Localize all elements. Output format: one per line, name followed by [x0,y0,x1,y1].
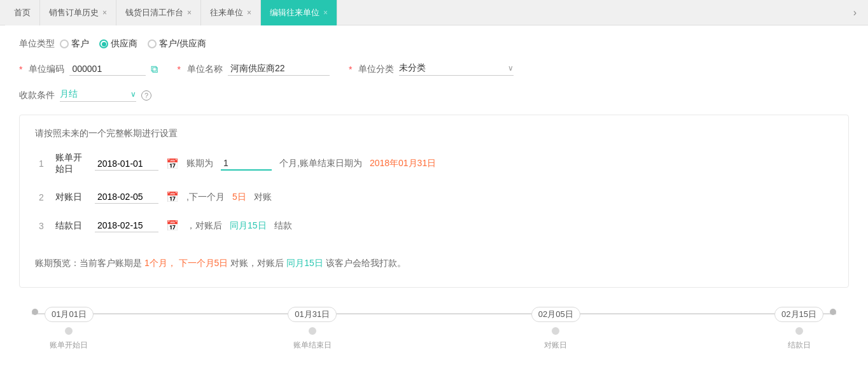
period-row-1-num: 1 [35,158,48,169]
period-row-2-date[interactable] [95,190,158,204]
tab-sales-history[interactable]: 销售订单历史 × [40,0,116,25]
period-row-3-cal-icon[interactable]: 📅 [166,220,179,232]
tab-edit-partner[interactable]: 编辑往来单位 × [261,0,337,25]
preview-suffix: 该客户会给我打款。 [326,258,406,268]
timeline-badge-4: 02月15日 [774,307,823,322]
timeline-label-2: 账单结束日 [293,340,332,351]
unit-name-field: * 单位名称 [177,62,329,76]
unit-category-field: * 单位分类 未分类 ∨ [349,62,514,76]
period-row-3-highlight: 同月15日 [230,220,267,232]
preview-part1: 1个月， [144,258,176,268]
close-sales-history-icon[interactable]: × [102,8,107,17]
period-row-2-num: 2 [35,192,48,202]
timeline-start-dot [32,309,38,315]
period-row-2-cal-icon[interactable]: 📅 [166,191,179,203]
period-settings-box: 请按照未来的一个完整帐期进行设置 1 账单开始日 📅 账期为 个月,账单结束日期… [19,115,849,288]
period-box-title: 请按照未来的一个完整帐期进行设置 [35,128,833,139]
copy-icon[interactable]: ⧉ [151,64,158,75]
preview-section: 账期预览：当前客户账期是 1个月， 下一个月5日 对账，对账后 同月15日 该客… [35,248,833,274]
unit-category-select[interactable]: 未分类 ∨ [399,62,514,76]
tab-partner[interactable]: 往来单位 × [201,0,261,25]
unit-code-required: * [19,64,22,74]
tab-arrow[interactable]: › [847,7,863,18]
help-icon[interactable]: ? [141,90,151,101]
unit-type-label: 单位类型 [19,38,55,50]
timeline-badge-3: 02月05日 [531,307,580,322]
period-row-1-mid: 账期为 [186,158,213,169]
period-row-1-end-date: 2018年01月31日 [370,158,436,169]
unit-name-required: * [177,64,180,74]
period-row-3-num: 3 [35,221,48,231]
radio-circle-customer [60,39,69,48]
payment-condition-row: 收款条件 月结 ∨ ? [19,88,849,102]
unit-type-field: 单位类型 客户 供应商 客户/供应商 [19,38,206,50]
timeline-dot-1 [65,327,73,335]
period-row-1-suffix: 个月,账单结束日期为 [279,158,362,169]
period-row-1-label: 账单开始日 [55,152,87,175]
radio-supplier-label: 供应商 [111,38,137,50]
period-row-3-label: 结款日 [55,220,87,232]
period-row-2-after: 对账 [254,192,272,203]
period-row-1: 1 账单开始日 📅 账期为 个月,账单结束日期为 2018年01月31日 [35,152,833,175]
period-months-input[interactable] [221,157,272,171]
timeline-point-4: 02月15日 结款日 [774,307,823,351]
unit-name-label: 单位名称 [187,64,223,75]
unit-category-arrow-icon: ∨ [508,64,514,73]
tab-home[interactable]: 首页 [5,0,40,25]
period-row-1-date[interactable] [95,157,158,171]
preview-part2: 下一个月5日 [179,258,228,268]
timeline: 01月01日 账单开始日 01月31日 账单结束日 02月05日 对账日 02月… [19,300,849,357]
page-content: 单位类型 客户 供应商 客户/供应商 * 单位编码 [0,25,868,387]
period-row-3-after: 结款 [274,220,292,232]
tab-edit-partner-label: 编辑往来单位 [270,7,319,18]
timeline-points: 01月01日 账单开始日 01月31日 账单结束日 02月05日 对账日 02月… [32,307,836,351]
radio-circle-both [148,39,157,48]
period-row-3: 3 结款日 📅 ，对账后 同月15日 结款 [35,219,833,232]
tab-cash-desk-label: 钱货日清工作台 [125,7,183,18]
radio-both-label: 客户/供应商 [159,38,206,50]
period-row-2-label: 对账日 [55,192,87,203]
period-row-2-highlight: 5日 [232,192,246,203]
timeline-label-1: 账单开始日 [50,340,88,351]
unit-code-label: 单位编码 [29,64,64,75]
radio-circle-supplier [99,39,108,48]
timeline-dot-3 [552,327,559,335]
radio-both[interactable]: 客户/供应商 [148,38,206,50]
timeline-point-2: 01月31日 账单结束日 [288,307,337,351]
timeline-point-1: 01月01日 账单开始日 [45,307,94,351]
timeline-dot-2 [309,327,316,335]
radio-customer[interactable]: 客户 [60,38,89,50]
radio-group-unit-type: 客户 供应商 客户/供应商 [60,38,206,50]
unit-code-field: * 单位编码 ⧉ [19,62,158,76]
period-row-2: 2 对账日 📅 ,下一个月 5日 对账 [35,190,833,204]
payment-condition-select[interactable]: 月结 ∨ [60,88,136,102]
radio-supplier[interactable]: 供应商 [99,38,137,50]
timeline-dot-4 [795,327,803,335]
timeline-label-4: 结款日 [788,340,811,351]
period-row-1-cal-icon[interactable]: 📅 [166,158,179,170]
period-row-2-suffix: ,下一个月 [186,192,225,203]
payment-condition-value: 月结 [60,88,78,100]
tab-partner-label: 往来单位 [210,7,243,18]
unit-category-required: * [349,64,352,74]
tab-cash-desk[interactable]: 钱货日清工作台 × [116,0,201,25]
unit-category-value: 未分类 [399,62,426,74]
payment-condition-arrow-icon: ∨ [130,90,136,99]
radio-customer-label: 客户 [71,38,89,50]
unit-name-input[interactable] [228,62,330,76]
period-row-3-date[interactable] [95,219,158,232]
close-cash-desk-icon[interactable]: × [187,8,192,17]
unit-type-row: 单位类型 客户 供应商 客户/供应商 [19,38,849,50]
unit-code-input[interactable] [69,62,146,76]
close-edit-partner-icon[interactable]: × [323,8,328,17]
preview-prefix: 账期预览：当前客户账期是 [35,258,142,268]
tab-sales-history-label: 销售订单历史 [49,7,99,18]
timeline-label-3: 对账日 [544,340,567,351]
timeline-badge-2: 01月31日 [288,307,337,322]
code-name-category-row: * 单位编码 ⧉ * 单位名称 * 单位分类 未分类 ∨ [19,62,849,76]
timeline-point-3: 02月05日 对账日 [531,307,580,351]
tab-home-label: 首页 [14,7,31,18]
tabs-bar: 首页 销售订单历史 × 钱货日清工作台 × 往来单位 × 编辑往来单位 × › [0,0,868,25]
close-partner-icon[interactable]: × [247,8,251,17]
period-row-3-suffix: ，对账后 [186,220,222,232]
